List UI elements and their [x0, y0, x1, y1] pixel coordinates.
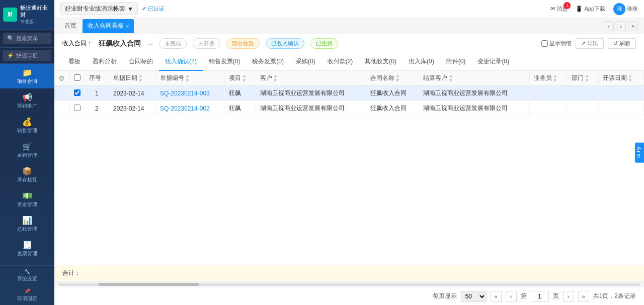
row-open-date [598, 86, 643, 101]
funds-icon: 💵 [22, 191, 32, 200]
per-page-select[interactable]: 50 100 200 [461, 291, 487, 302]
sidebar-item-sales-label: 销售管理 [17, 128, 37, 134]
subtab-other-income[interactable]: 其他收支(0) [359, 53, 403, 71]
user-avatar-button[interactable]: 珠 珠珠 [613, 3, 638, 15]
sidebar-bottom-config[interactable]: 🔧 系统设置 [0, 266, 54, 285]
contract-name-sort-icon[interactable]: ▲▼ [395, 74, 400, 82]
sidebar-bottom-pin[interactable]: 📌 取消固定 [0, 285, 54, 305]
sidebar-item-general[interactable]: 📊 总账管理 [0, 212, 54, 236]
tabbar-nav: ‹ › × [604, 21, 638, 31]
row-customer: 湖南卫视商业运营发展有限公司 [256, 101, 366, 116]
app-download-label: App下载 [584, 5, 605, 13]
th-date[interactable]: 单据日期 ▲▼ [109, 71, 156, 86]
settle-customer-sort-icon[interactable]: ▲▼ [448, 74, 453, 82]
inventory-icon: 📦 [22, 166, 32, 176]
tab-nav-close[interactable]: × [628, 21, 638, 31]
status-noinvoice-button[interactable]: 未开票 [193, 38, 220, 49]
sidebar-item-marketing[interactable]: 📢 营销推广 [0, 88, 54, 113]
th-contract-name-label: 合同名称 [370, 74, 394, 82]
contract-more-button[interactable]: ··· [147, 40, 153, 48]
horizontal-scrollbar[interactable] [54, 281, 644, 287]
row-num: 2 [85, 101, 109, 116]
tab-nav-prev[interactable]: ‹ [604, 21, 614, 31]
messages-button[interactable]: ✉ 1 消息 [550, 5, 568, 13]
subtab-change-log[interactable]: 变更记录(0) [471, 53, 515, 71]
th-project[interactable]: 项目 ▲▼ [225, 71, 256, 86]
th-customer[interactable]: 客户 ▲▼ [256, 71, 366, 86]
table-area: ⚙ 序号 单据日期 ▲▼ [54, 71, 644, 265]
subtab-contract-standard[interactable]: 合同标的 [123, 53, 159, 71]
pin-icon: 📌 [24, 288, 30, 294]
page-number-input[interactable] [531, 291, 549, 302]
th-salesperson[interactable]: 业务员 ▲▼ [529, 71, 568, 86]
th-department[interactable]: 部门 ▲▼ [568, 71, 599, 86]
subtab-kanban[interactable]: 看板 [62, 53, 87, 71]
order-no-link[interactable]: SQ-20230214-003 [160, 90, 210, 97]
row-checkbox[interactable] [74, 89, 80, 96]
sidebar-item-tax[interactable]: 🏛 税务管理 [0, 261, 54, 265]
th-order-no[interactable]: 单据编号 ▲▼ [155, 71, 224, 86]
open-date-sort-icon[interactable]: ▲▼ [628, 74, 632, 82]
row-settings-cell [54, 101, 69, 116]
scrollbar-thumb[interactable] [99, 283, 199, 286]
app-download-button[interactable]: 📱 App下载 [576, 5, 605, 13]
status-incomplete-button[interactable]: 未完成 [159, 38, 187, 49]
subtab-attachment[interactable]: 附件(0) [440, 53, 472, 71]
salesperson-sort-icon[interactable]: ▲▼ [553, 74, 557, 82]
subtab-income-confirm[interactable]: 收入确认(2) [159, 53, 203, 71]
settings-gear-icon[interactable]: ⚙ [58, 74, 65, 82]
last-page-button[interactable]: » [578, 291, 589, 302]
sidebar-item-project[interactable]: 📁 项目合同 [0, 64, 54, 88]
department-sort-icon[interactable]: ▲▼ [585, 74, 589, 82]
status-confirmed-button[interactable]: 已收入确认 [266, 38, 304, 49]
th-open-date[interactable]: 开票日期 ▲▼ [598, 71, 643, 86]
table-header-row: ⚙ 序号 单据日期 ▲▼ [54, 71, 644, 86]
app-sub: 专业版 [20, 19, 51, 25]
first-page-button[interactable]: « [491, 291, 502, 302]
show-detail-checkbox[interactable] [541, 40, 548, 47]
status-partial-button[interactable]: 部分收款 [226, 38, 260, 49]
sidebar-item-purchase[interactable]: 🛒 采购管理 [0, 138, 54, 162]
message-icon: ✉ [550, 6, 555, 12]
quick-nav-button[interactable]: ⚡ 快捷导航 [3, 50, 51, 61]
tab-close-button[interactable]: × [126, 23, 129, 29]
sidebar-item-sales[interactable]: 💰 销售管理 [0, 113, 54, 138]
next-page-button[interactable]: › [563, 291, 574, 302]
th-contract-name[interactable]: 合同名称 ▲▼ [366, 71, 419, 86]
refresh-button[interactable]: ↺ 刷新 [608, 38, 636, 49]
export-label: 导出 [587, 40, 598, 47]
verified-badge: ✔ 已认证 [142, 5, 165, 13]
select-all-checkbox[interactable] [74, 74, 80, 81]
prev-page-button[interactable]: ‹ [506, 291, 517, 302]
subtab-payment[interactable]: 收付款(2) [321, 53, 359, 71]
order-no-link[interactable]: SQ-20230214-002 [160, 105, 210, 112]
th-settle-customer[interactable]: 结算客户 ▲▼ [419, 71, 529, 86]
sidebar-item-invoice[interactable]: 🧾 发票管理 [0, 236, 54, 261]
arm-float-button[interactable]: Arm [635, 142, 644, 162]
tab-nav-next[interactable]: › [616, 21, 626, 31]
active-tab[interactable]: 收入合同看板 × [83, 19, 134, 33]
project-sort-icon[interactable]: ▲▼ [242, 74, 247, 82]
date-sort-icon[interactable]: ▲▼ [138, 74, 143, 82]
subtab-warehousing[interactable]: 出入库(0) [403, 53, 440, 71]
search-icon: 🔍 [7, 35, 14, 42]
user-initial: 珠 [617, 5, 622, 13]
home-tab[interactable]: 首页 [60, 20, 80, 32]
export-button[interactable]: ↗ 导出 [576, 38, 604, 49]
status-effective-button[interactable]: 已生效 [310, 38, 338, 49]
row-checkbox[interactable] [74, 105, 80, 111]
subtab-sales-invoice[interactable]: 销售发票(0) [203, 53, 247, 71]
order-no-sort-icon[interactable]: ▲▼ [185, 74, 190, 82]
sum-row: 合计： [54, 265, 644, 281]
sidebar-item-inventory[interactable]: 📦 库存核算 [0, 162, 54, 187]
search-menu-button[interactable]: 🔍 搜索菜单 [3, 33, 51, 44]
subtab-tax-invoice[interactable]: 税务发票(0) [246, 53, 290, 71]
export-icon: ↗ [581, 40, 586, 47]
subtab-profit[interactable]: 盈利分析 [87, 53, 123, 71]
show-detail-checkbox-label[interactable]: 显示明细 [541, 38, 572, 49]
company-selector[interactable]: 好业财专业版演示帐套 ▼ [60, 3, 138, 15]
sidebar-item-funds[interactable]: 💵 资金管理 [0, 187, 54, 212]
subtab-purchase[interactable]: 采购(0) [290, 53, 321, 71]
customer-sort-icon[interactable]: ▲▼ [273, 74, 278, 82]
th-settle-customer-label: 结算客户 [423, 74, 447, 82]
